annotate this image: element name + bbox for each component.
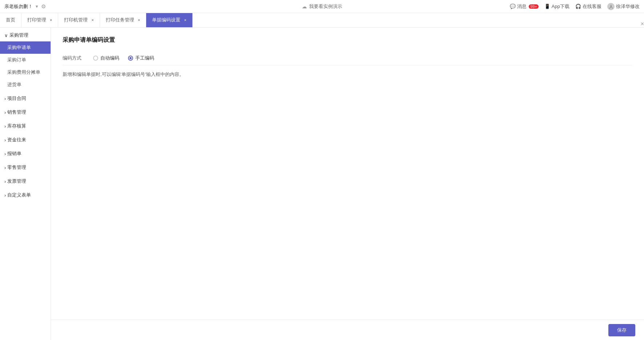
tab-bar-close-button[interactable]: × [641, 21, 644, 27]
top-bar-left-text: 亲老板勿删！ [4, 3, 33, 10]
sidebar-group-project-contract-label: 项目合同 [7, 95, 26, 102]
app-download-button[interactable]: 📱 App下载 [544, 3, 569, 10]
tab-home-label: 首页 [6, 17, 15, 23]
top-bar-center: ☁ 我要看实例演示 [302, 3, 342, 10]
user-menu[interactable]: 人 徐泽华修改 [607, 3, 640, 10]
radio-auto-circle [93, 56, 98, 61]
content-area: 采购申请单编码设置 编码方式 自动编码 手工编码 新增和编辑单据时,可以编辑 [51, 28, 644, 340]
tab-print-task[interactable]: 打印任务管理 × [100, 13, 146, 27]
chevron-right-icon-sales: › [4, 110, 6, 115]
sidebar-group-project-contract-title[interactable]: › 项目合同 [0, 92, 51, 105]
sidebar: ∨ 采购管理 采购申请单 采购订单 采购费用分摊单 进货单 › 项目合同 [0, 28, 51, 340]
sidebar-group-invoice: › 发票管理 [0, 175, 51, 187]
sidebar-group-returns-title[interactable]: › 报销单 [0, 147, 51, 160]
sidebar-item-stock-in-label: 进货单 [7, 82, 21, 87]
radio-group: 自动编码 手工编码 [93, 55, 154, 61]
main-layout: ∨ 采购管理 采购申请单 采购订单 采购费用分摊单 进货单 › 项目合同 [0, 28, 644, 340]
sidebar-group-custom-form: › 自定义表单 [0, 189, 51, 201]
sidebar-group-inventory-label: 库存核算 [7, 123, 26, 129]
sidebar-group-invoice-title[interactable]: › 发票管理 [0, 175, 51, 187]
chevron-down-icon: ∨ [4, 33, 8, 38]
settings-icon[interactable]: ⚙ [41, 3, 46, 10]
sidebar-group-returns: › 报销单 [0, 147, 51, 160]
radio-auto-encoding[interactable]: 自动编码 [93, 55, 119, 61]
phone-icon: 📱 [544, 4, 550, 9]
tab-print-mgmt-close[interactable]: × [50, 18, 52, 22]
sidebar-group-returns-label: 报销单 [7, 150, 21, 157]
tab-home[interactable]: 首页 [0, 13, 21, 27]
user-name: 徐泽华修改 [616, 3, 640, 10]
radio-manual-circle [128, 56, 133, 61]
top-bar-right: 💬 消息 99+ 📱 App下载 🎧 在线客服 人 徐泽华修改 [510, 3, 640, 10]
chevron-right-icon-inventory: › [4, 124, 6, 129]
sidebar-group-fund-title[interactable]: › 资金往来 [0, 134, 51, 146]
top-bar: 亲老板勿删！ ▾ ⚙ ☁ 我要看实例演示 💬 消息 99+ 📱 App下载 🎧 … [0, 0, 644, 13]
hint-text: 新增和编辑单据时,可以编辑'单据编码号'输入框中的内容。 [63, 71, 632, 78]
app-label: App下载 [552, 3, 569, 10]
message-icon: 💬 [510, 4, 516, 9]
sidebar-group-project-contract: › 项目合同 [0, 92, 51, 105]
sidebar-group-custom-form-label: 自定义表单 [7, 192, 31, 198]
sidebar-item-purchase-expense[interactable]: 采购费用分摊单 [0, 66, 51, 78]
sidebar-item-purchase-request-label: 采购申请单 [7, 45, 31, 50]
sidebar-item-purchase-request[interactable]: 采购申请单 [0, 41, 51, 54]
avatar-icon: 人 [607, 3, 615, 10]
sidebar-item-purchase-order-label: 采购订单 [7, 57, 26, 62]
sidebar-item-stock-in[interactable]: 进货单 [0, 78, 51, 91]
headset-icon: 🎧 [575, 4, 581, 9]
message-button[interactable]: 💬 消息 99+ [510, 3, 539, 10]
sidebar-group-sales-title[interactable]: › 销售管理 [0, 106, 51, 118]
encoding-row: 编码方式 自动编码 手工编码 [63, 51, 632, 65]
chevron-right-icon-project: › [4, 96, 6, 101]
tab-barcode-setting[interactable]: 单据编码设置 × [146, 13, 192, 27]
sidebar-group-custom-form-title[interactable]: › 自定义表单 [0, 189, 51, 201]
sidebar-group-retail-title[interactable]: › 零售管理 [0, 161, 51, 174]
tab-printer-mgmt[interactable]: 打印机管理 × [58, 13, 100, 27]
footer-bar: 保存 [51, 320, 644, 340]
chevron-right-icon-retail: › [4, 165, 6, 170]
tab-bar: 首页 打印管理 × 打印机管理 × 打印任务管理 × 单据编码设置 × × [0, 13, 644, 28]
sidebar-item-purchase-order[interactable]: 采购订单 [0, 54, 51, 66]
cloud-icon: ☁ [302, 4, 307, 9]
sidebar-group-fund-label: 资金往来 [7, 137, 26, 143]
sidebar-group-retail: › 零售管理 [0, 161, 51, 174]
page-title: 采购申请单编码设置 [63, 36, 632, 44]
message-label: 消息 [517, 3, 527, 10]
tab-barcode-setting-close[interactable]: × [184, 18, 186, 22]
save-button[interactable]: 保存 [608, 324, 635, 336]
center-text[interactable]: 我要看实例演示 [309, 3, 342, 10]
top-bar-left: 亲老板勿删！ ▾ ⚙ [4, 3, 46, 10]
sidebar-group-purchase-label: 采购管理 [9, 32, 28, 39]
dropdown-icon[interactable]: ▾ [36, 4, 38, 9]
sidebar-group-sales-label: 销售管理 [7, 109, 26, 116]
chevron-right-icon-invoice: › [4, 179, 6, 184]
message-badge: 99+ [529, 4, 539, 9]
sidebar-group-purchase: ∨ 采购管理 采购申请单 采购订单 采购费用分摊单 进货单 [0, 29, 51, 91]
tab-print-task-close[interactable]: × [138, 18, 140, 22]
service-label: 在线客服 [583, 3, 601, 10]
tab-barcode-setting-label: 单据编码设置 [152, 17, 180, 23]
sidebar-group-inventory: › 库存核算 [0, 120, 51, 132]
sidebar-group-fund: › 资金往来 [0, 134, 51, 146]
chevron-right-icon-custom: › [4, 193, 6, 198]
tab-printer-mgmt-close[interactable]: × [91, 18, 93, 22]
tab-printer-mgmt-label: 打印机管理 [64, 17, 88, 23]
sidebar-item-purchase-expense-label: 采购费用分摊单 [7, 69, 40, 75]
content-main: 采购申请单编码设置 编码方式 自动编码 手工编码 新增和编辑单据时,可以编辑 [51, 28, 644, 320]
sidebar-group-retail-label: 零售管理 [7, 164, 26, 171]
sidebar-group-purchase-title[interactable]: ∨ 采购管理 [0, 29, 51, 41]
online-service-button[interactable]: 🎧 在线客服 [575, 3, 601, 10]
encoding-label: 编码方式 [63, 55, 84, 61]
tab-print-mgmt-label: 打印管理 [27, 17, 46, 23]
radio-manual-encoding[interactable]: 手工编码 [128, 55, 154, 61]
chevron-right-icon-fund: › [4, 137, 6, 143]
sidebar-group-inventory-title[interactable]: › 库存核算 [0, 120, 51, 132]
tab-print-mgmt[interactable]: 打印管理 × [21, 13, 58, 27]
sidebar-group-invoice-label: 发票管理 [7, 178, 26, 185]
sidebar-group-sales: › 销售管理 [0, 106, 51, 118]
chevron-right-icon-returns: › [4, 151, 6, 157]
tab-print-task-label: 打印任务管理 [106, 17, 134, 23]
radio-manual-label: 手工编码 [135, 55, 154, 61]
radio-auto-label: 自动编码 [100, 55, 119, 61]
